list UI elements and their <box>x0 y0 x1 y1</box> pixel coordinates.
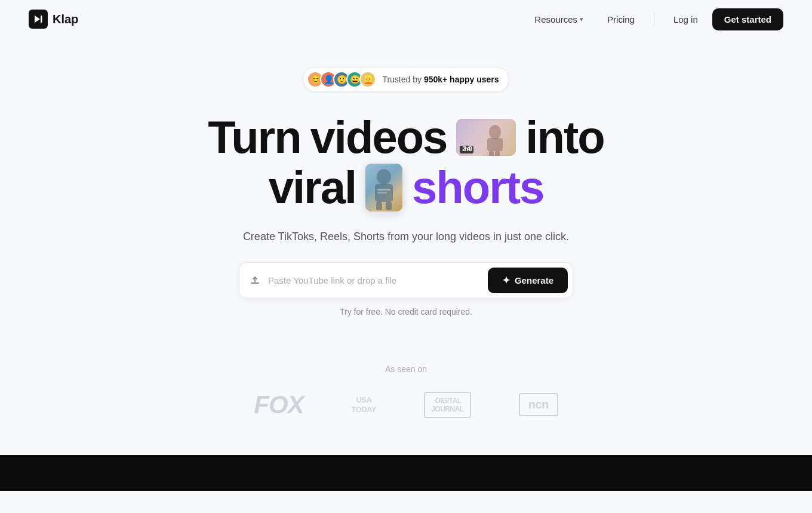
navbar: Klap Resources ▾ Pricing Log in Get star… <box>0 0 812 38</box>
ncn-logo: ncn <box>519 393 558 416</box>
press-section: As seen on FOX USATODAY ·DIGITALJOURNAL … <box>78 364 734 419</box>
press-logos-row: FOX USATODAY ·DIGITALJOURNAL ncn <box>78 391 734 419</box>
svg-rect-4 <box>489 151 494 156</box>
svg-rect-9 <box>376 202 382 210</box>
upload-icon <box>249 274 261 286</box>
svg-rect-10 <box>386 202 392 210</box>
headline-line2: viral <box>208 164 604 211</box>
svg-rect-11 <box>377 189 390 191</box>
video-thumbnail-small <box>365 164 402 211</box>
thumbnail-image-small <box>365 164 402 211</box>
sparkle-icon: ✦ <box>502 275 510 286</box>
svg-rect-3 <box>487 138 503 151</box>
chevron-down-icon: ▾ <box>580 16 583 23</box>
main-headline: Turn videos <box>208 113 604 211</box>
pricing-button[interactable]: Pricing <box>598 10 644 29</box>
logo-link[interactable]: Klap <box>29 10 78 29</box>
try-free-text: Try for free. No credit card required. <box>340 307 472 317</box>
svg-rect-5 <box>495 151 500 156</box>
hero-subtitle: Create TikToks, Reels, Shorts from your … <box>243 231 569 243</box>
fox-logo: FOX <box>254 391 303 419</box>
video-thumbnail-large: 2h49 <box>456 119 516 156</box>
avatar-group: 😊 👤 🙂 😄 👱 <box>307 71 376 88</box>
dark-section-bottom <box>0 455 812 491</box>
svg-point-2 <box>489 125 501 139</box>
trust-badge: 😊 👤 🙂 😄 👱 Trusted by 950k+ happy users <box>303 67 509 92</box>
avatar: 👱 <box>359 71 376 88</box>
logo-text: Klap <box>53 13 78 26</box>
login-button[interactable]: Log in <box>664 10 708 29</box>
logo-icon <box>29 10 48 29</box>
svg-rect-12 <box>377 192 387 193</box>
headline-line1: Turn videos <box>208 113 604 161</box>
video-duration: 2h49 <box>460 146 473 153</box>
nav-divider <box>654 12 654 26</box>
svg-rect-0 <box>41 16 42 23</box>
nav-right: Resources ▾ Pricing Log in Get started <box>525 8 783 30</box>
as-seen-label: As seen on <box>78 364 734 374</box>
trust-text: Trusted by 950k+ happy users <box>382 75 499 84</box>
youtube-url-input[interactable] <box>268 275 481 285</box>
hero-section: 😊 👤 🙂 😄 👱 Trusted by 950k+ happy users T… <box>0 38 812 455</box>
usa-today-logo: USATODAY <box>352 395 377 414</box>
url-input-wrapper: ✦ Generate <box>239 262 573 299</box>
svg-point-7 <box>377 169 391 185</box>
digital-journal-logo: ·DIGITALJOURNAL <box>424 392 471 418</box>
get-started-button[interactable]: Get started <box>712 8 783 30</box>
generate-button[interactable]: ✦ Generate <box>488 268 568 293</box>
resources-menu-button[interactable]: Resources ▾ <box>525 10 593 29</box>
